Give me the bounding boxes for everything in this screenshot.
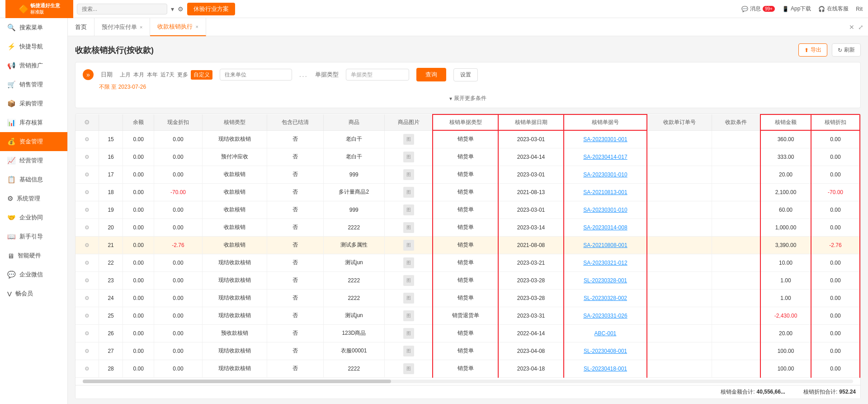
online-service-action[interactable]: 🎧 在线客服 bbox=[818, 5, 849, 13]
cell-included-cleared: 否 bbox=[267, 254, 323, 271]
th-seq bbox=[99, 114, 123, 130]
cell-cancel-bill-no[interactable]: SA-20230301-001 bbox=[564, 130, 647, 148]
cell-cancel-bill-no[interactable]: SA-20230301-010 bbox=[564, 201, 647, 219]
partner-input[interactable] bbox=[220, 69, 292, 81]
cell-cancel-bill-no[interactable]: SL-20230328-001 bbox=[564, 271, 647, 289]
date-more[interactable]: 更多 bbox=[177, 71, 188, 79]
cell-cancel-amount: 100.00 bbox=[760, 360, 811, 377]
sidebar-item-sales[interactable]: 🛒 销售管理 bbox=[0, 75, 67, 94]
refresh-button[interactable]: ↻ 刷新 bbox=[832, 43, 861, 57]
export-button[interactable]: ⬆ 导出 bbox=[798, 43, 827, 57]
sidebar-item-purchase[interactable]: 📦 采购管理 bbox=[0, 94, 67, 113]
sidebar-item-label: 企业协同 bbox=[19, 214, 43, 222]
window-max-icon[interactable]: ⤢ bbox=[858, 24, 863, 31]
solution-button[interactable]: 休验行业方案 bbox=[187, 3, 235, 15]
sidebar-item-label: 资金管理 bbox=[19, 138, 43, 146]
filter-settings-button[interactable]: 设置 bbox=[453, 68, 478, 81]
sidebar-item-search[interactable]: 🔍 搜索菜单 bbox=[0, 18, 67, 37]
filter-area: » 日期 上月 本月 本年 近7天 更多 自定义 ... 单据类型 单据类型 bbox=[75, 62, 861, 108]
cell-cancel-bill-no[interactable]: SA-20230414-017 bbox=[564, 148, 647, 166]
cell-settings[interactable]: ⚙ bbox=[75, 342, 99, 360]
sidebar-item-shortcut[interactable]: ⚡ 快捷导航 bbox=[0, 37, 67, 56]
cell-settings[interactable]: ⚙ bbox=[75, 130, 99, 148]
tab1-label: 预付冲应付单 bbox=[102, 23, 137, 31]
cell-receipt-condition bbox=[712, 183, 760, 201]
cell-cancel-bill-no[interactable]: SA-20230331-026 bbox=[564, 307, 647, 324]
cell-cancel-bill-no[interactable]: ABC-001 bbox=[564, 324, 647, 342]
cell-cancel-bill-no[interactable]: SA-20230314-008 bbox=[564, 219, 647, 236]
app-download-action[interactable]: 📱 App下载 bbox=[782, 5, 811, 13]
sidebar-item-vip[interactable]: V 畅会员 bbox=[0, 284, 67, 303]
sidebar-item-wechat[interactable]: 💬 企业微信 bbox=[0, 265, 67, 284]
query-button[interactable]: 查询 bbox=[416, 68, 446, 81]
th-receipt-order-no: 收款单订单号 bbox=[647, 114, 712, 130]
cell-goods-img: 图 bbox=[384, 324, 433, 342]
column-settings-icon[interactable]: ⚙ bbox=[84, 119, 90, 126]
filter-toggle-button[interactable]: » bbox=[83, 69, 94, 80]
cell-balance: 0.00 bbox=[123, 219, 154, 236]
cell-settings[interactable]: ⚙ bbox=[75, 201, 99, 219]
date-7days[interactable]: 近7天 bbox=[160, 71, 175, 79]
sidebar-item-operations[interactable]: 📈 经营管理 bbox=[0, 151, 67, 170]
cell-settings[interactable]: ⚙ bbox=[75, 289, 99, 307]
cell-cancel-bill-no[interactable]: SA-20210808-001 bbox=[564, 236, 647, 254]
cell-settings[interactable]: ⚙ bbox=[75, 271, 99, 289]
th-settings[interactable]: ⚙ bbox=[75, 114, 99, 130]
sidebar-item-basics[interactable]: 📋 基础信息 bbox=[0, 170, 67, 189]
window-close-icon[interactable]: ✕ bbox=[849, 24, 854, 31]
bill-type-select[interactable]: 单据类型 bbox=[346, 69, 409, 81]
date-this-year[interactable]: 本年 bbox=[147, 71, 158, 79]
cell-cancel-bill-no[interactable]: SL-20230408-001 bbox=[564, 342, 647, 360]
cell-cancel-bill-no[interactable]: SA-20230301-010 bbox=[564, 166, 647, 183]
date-custom[interactable]: 自定义 bbox=[191, 70, 212, 80]
cell-cancel-bill-no[interactable]: SA-20210813-001 bbox=[564, 183, 647, 201]
sidebar-item-marketing[interactable]: 📢 营销推广 bbox=[0, 56, 67, 75]
cell-settings[interactable]: ⚙ bbox=[75, 219, 99, 236]
user-action[interactable]: Rit bbox=[856, 6, 863, 12]
cell-balance: 0.00 bbox=[123, 183, 154, 201]
tab-prepay[interactable]: 预付冲应付单 × bbox=[94, 18, 150, 36]
date-this-month[interactable]: 本月 bbox=[133, 71, 144, 79]
cell-receipt-order-no bbox=[647, 201, 712, 219]
service-icon: 🎧 bbox=[818, 6, 825, 12]
cell-goods: 衣服00001 bbox=[323, 342, 384, 360]
cell-seq: 27 bbox=[99, 342, 123, 360]
cell-cancel-bill-no[interactable]: SL-20230328-002 bbox=[564, 289, 647, 307]
sidebar-item-finance[interactable]: 💰 资金管理 bbox=[0, 132, 67, 151]
cell-settings[interactable]: ⚙ bbox=[75, 183, 99, 201]
cell-seq: 20 bbox=[99, 219, 123, 236]
cell-settings[interactable]: ⚙ bbox=[75, 166, 99, 183]
tab-home[interactable]: 首页 bbox=[68, 18, 94, 36]
brand-sub: 标准版 bbox=[30, 9, 60, 15]
cell-included-cleared: 否 bbox=[267, 307, 323, 324]
sidebar-item-guide[interactable]: 📖 新手引导 bbox=[0, 227, 67, 246]
sidebar-item-enterprise[interactable]: 🤝 企业协同 bbox=[0, 208, 67, 227]
cell-settings[interactable]: ⚙ bbox=[75, 307, 99, 324]
cell-cash-discount: 0.00 bbox=[154, 271, 202, 289]
tab2-close-icon[interactable]: × bbox=[195, 24, 198, 29]
cell-cancel-bill-no[interactable]: SL-20230418-001 bbox=[564, 360, 647, 377]
sidebar-item-label: 采购管理 bbox=[19, 100, 43, 108]
cell-settings[interactable]: ⚙ bbox=[75, 324, 99, 342]
cell-cancel-type: 现结收款核销 bbox=[202, 307, 267, 324]
tab1-close-icon[interactable]: × bbox=[140, 24, 142, 30]
tab-cancel[interactable]: 收款核销执行 × bbox=[150, 18, 206, 36]
date-last-month[interactable]: 上月 bbox=[120, 71, 131, 79]
top-search-input[interactable] bbox=[77, 4, 167, 14]
cell-settings[interactable]: ⚙ bbox=[75, 254, 99, 271]
expand-more-button[interactable]: ▾ 展开更多条件 bbox=[83, 95, 853, 102]
cell-settings[interactable]: ⚙ bbox=[75, 148, 99, 166]
dropdown-chevron-icon[interactable]: ▾ bbox=[171, 5, 174, 13]
messages-action[interactable]: 💬 消息 99+ bbox=[741, 5, 775, 13]
gear-icon[interactable]: ⚙ bbox=[178, 5, 184, 13]
cell-goods-img: 图 bbox=[384, 201, 433, 219]
cell-cancel-bill-no[interactable]: SA-20230321-012 bbox=[564, 254, 647, 271]
table-row: ⚙ 19 0.00 0.00 收款核销 否 999 图 销货单 2023-03-… bbox=[75, 201, 860, 219]
cell-settings[interactable]: ⚙ bbox=[75, 236, 99, 254]
cell-settings[interactable]: ⚙ bbox=[75, 360, 99, 377]
horizontal-scrollbar[interactable] bbox=[83, 380, 853, 383]
sidebar-item-system[interactable]: ⚙ 系统管理 bbox=[0, 189, 67, 208]
sidebar-item-inventory[interactable]: 📊 库存核算 bbox=[0, 113, 67, 132]
refresh-icon: ↻ bbox=[838, 47, 842, 53]
sidebar-item-hardware[interactable]: 🖥 智能硬件 bbox=[0, 246, 67, 265]
